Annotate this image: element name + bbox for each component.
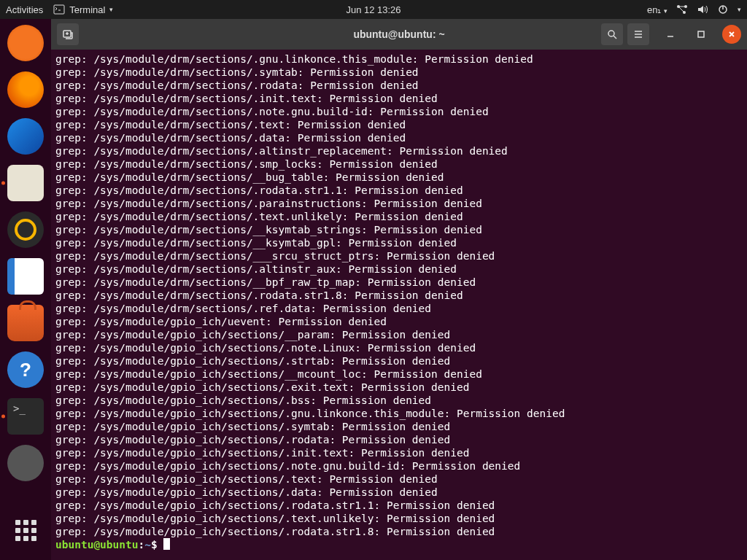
chevron-down-icon[interactable]: ▾ (738, 6, 741, 13)
prompt[interactable]: ubuntu@ubuntu:~$ (55, 539, 163, 551)
new-tab-button[interactable] (57, 23, 79, 45)
keyboard-layout-indicator[interactable]: en₁ ▾ (647, 4, 667, 15)
svg-rect-7 (698, 31, 704, 37)
window-title: ubuntu@ubuntu: ~ (353, 28, 444, 40)
minimize-button[interactable] (661, 25, 680, 44)
svg-rect-0 (54, 5, 64, 14)
dock-item-terminal[interactable] (7, 398, 44, 435)
dock: ? (0, 19, 51, 560)
close-button[interactable] (722, 25, 741, 44)
dock-item-thunderbird[interactable] (7, 118, 44, 155)
activities-button[interactable]: Activities (6, 4, 43, 15)
dock-item-app-grid[interactable] (7, 512, 44, 548)
cursor (163, 538, 170, 550)
volume-icon[interactable] (697, 4, 708, 15)
maximize-button[interactable] (692, 25, 711, 44)
dock-item-disk[interactable] (7, 445, 44, 481)
dock-item-files[interactable] (7, 165, 44, 201)
terminal-output[interactable]: grep: /sys/module/drm/sections/.gnu.link… (51, 50, 747, 560)
dock-item-firefox[interactable] (7, 71, 44, 108)
svg-point-6 (608, 31, 614, 36)
dock-item-show-applications[interactable] (7, 25, 44, 61)
terminal-window: ubuntu@ubuntu: ~ grep: /sys/module/drm/s… (51, 19, 747, 560)
dock-item-ubuntu-software[interactable] (7, 305, 44, 341)
dock-item-libreoffice-writer[interactable] (7, 258, 44, 295)
app-menu-label: Terminal (69, 4, 105, 15)
search-button[interactable] (601, 23, 623, 45)
chevron-down-icon: ▾ (109, 6, 113, 13)
app-menu[interactable]: Terminal ▾ (53, 4, 113, 15)
terminal-icon (53, 4, 65, 15)
top-panel: Activities Terminal ▾ Jun 12 13:26 en₁ ▾… (0, 0, 747, 19)
titlebar: ubuntu@ubuntu: ~ (51, 19, 747, 50)
network-icon[interactable] (676, 4, 688, 15)
clock[interactable]: Jun 12 13:26 (346, 4, 400, 15)
hamburger-menu-button[interactable] (627, 23, 649, 45)
dock-item-rhythmbox[interactable] (7, 211, 44, 248)
power-icon[interactable] (717, 4, 729, 15)
dock-item-help[interactable]: ? (7, 351, 44, 388)
